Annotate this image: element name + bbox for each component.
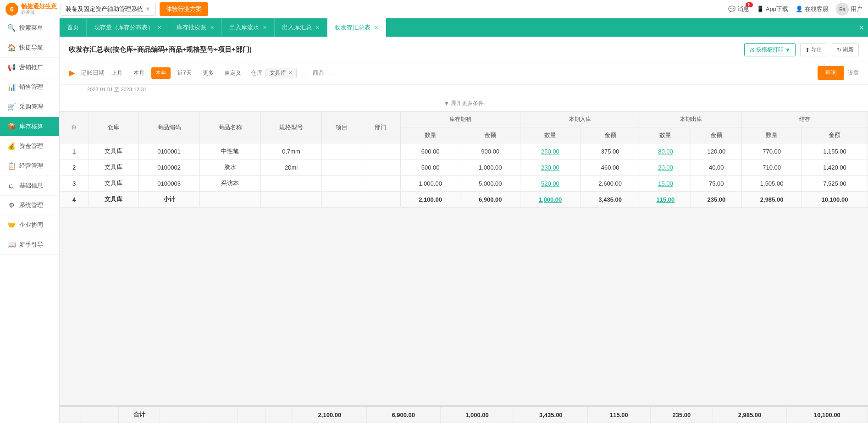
sidebar: 🔍 搜索菜单 🏠 快捷导航 📢 营销推广 📊 销售管理 🛒 采购管理 📦: [0, 18, 60, 423]
row2-in-qty[interactable]: 230.00: [520, 159, 581, 176]
subtotal-warehouse: 文具库: [88, 192, 139, 208]
col-group-opening: 库存期初: [400, 112, 520, 127]
goods-filter-group: 商品 ...: [313, 69, 335, 77]
tab-close-stock-dist[interactable]: ✕: [157, 25, 161, 31]
date-btn-this-month[interactable]: 本月: [129, 67, 149, 79]
sidebar-item-marketing[interactable]: 📢 营销推广: [0, 58, 59, 77]
row3-out-amt: 75.00: [691, 176, 742, 192]
tab-inout-flow[interactable]: 出入库流水 ✕: [222, 18, 275, 37]
row3-warehouse: 文具库: [88, 176, 139, 192]
sidebar-item-system[interactable]: ⚙ 系统管理: [0, 196, 59, 215]
online-service-item[interactable]: 👤 在线客服: [796, 5, 829, 13]
filter-toggle-button[interactable]: ▶: [69, 68, 75, 78]
table-container: ⚙ 仓库 商品编码 商品名称 规格型号 项目 部门 库存期初 本期入库: [60, 111, 868, 208]
sidebar-item-finance[interactable]: 💰 资金管理: [0, 137, 59, 156]
row2-project: [322, 159, 361, 176]
sidebar-item-basic-info[interactable]: 🗂 基础信息: [0, 176, 59, 196]
date-range-display: 2023-01-01 至 2023-12-31: [60, 85, 868, 97]
row1-close-qty: 770.00: [742, 143, 802, 159]
avatar: Ea: [836, 3, 849, 16]
total-close-qty: 2,985.00: [713, 407, 787, 423]
data-table: ⚙ 仓库 商品编码 商品名称 规格型号 项目 部门 库存期初 本期入库: [60, 111, 868, 208]
refresh-button[interactable]: ↻ 刷新: [832, 43, 859, 56]
user-item[interactable]: Ea 用户: [836, 3, 862, 16]
row3-close-qty: 1,505.00: [742, 176, 802, 192]
marketing-icon: 📢: [7, 63, 16, 71]
date-btn-custom[interactable]: 自定义: [221, 67, 245, 79]
goods-filter-dots[interactable]: ...: [327, 70, 335, 77]
expand-conditions-button[interactable]: ▼ 展开更多条件: [444, 99, 484, 107]
row1-out-qty[interactable]: 80.00: [640, 143, 691, 159]
tab-stock-dist[interactable]: 现存量（库存分布表） ✕: [87, 18, 169, 37]
tab-inout-summary[interactable]: 出入库汇总 ✕: [275, 18, 327, 37]
export-button[interactable]: ⬆ 导出: [800, 43, 827, 56]
sidebar-item-guide[interactable]: 📖 新手引导: [0, 235, 59, 255]
row1-out-amt: 120.00: [691, 143, 742, 159]
query-button[interactable]: 查询: [818, 66, 844, 80]
tab-close-inout-flow[interactable]: ✕: [263, 25, 267, 31]
sidebar-item-quick-nav[interactable]: 🏠 快捷导航: [0, 38, 59, 58]
date-btn-this-year[interactable]: 本年: [151, 67, 171, 79]
row3-in-qty[interactable]: 520.00: [520, 176, 581, 192]
col-settings-header[interactable]: ⚙: [60, 112, 88, 143]
row1-warehouse: 文具库: [88, 143, 139, 159]
row1-open-qty: 600.00: [400, 143, 460, 159]
row1-goods-code: 0100001: [138, 143, 199, 159]
sidebar-item-operations[interactable]: 📋 经营管理: [0, 156, 59, 176]
footer-total-table: 合计 2,100.00 6,900.00 1,000.00 3,435.00 1…: [60, 406, 868, 423]
guide-icon: 📖: [7, 241, 16, 249]
top-bar: 6 畅捷通好生意 标准版 装备及固定资产辅助管理系统 ▼ 体验行业方案 💬 消息…: [0, 0, 868, 18]
row3-open-qty: 1,000.00: [400, 176, 460, 192]
total-open-amt: 6,900.00: [366, 407, 440, 423]
sidebar-item-enterprise[interactable]: 🤝 企业协同: [0, 215, 59, 235]
sidebar-item-purchase[interactable]: 🛒 采购管理: [0, 97, 59, 117]
messages-item[interactable]: 💬 消息 6: [728, 5, 749, 13]
row2-num: 2: [60, 159, 88, 176]
chevron-down-icon: ▼: [444, 100, 449, 107]
total-open-qty: 2,100.00: [293, 407, 367, 423]
tab-close-inout-summary[interactable]: ✕: [315, 25, 320, 31]
table-settings-icon[interactable]: ⚙: [71, 124, 77, 131]
date-btn-last-month[interactable]: 上月: [107, 67, 127, 79]
row3-in-amt: 2,600.00: [580, 176, 640, 192]
close-all-tabs-button[interactable]: ✕: [855, 23, 868, 32]
row2-in-amt: 460.00: [580, 159, 640, 176]
system-icon: ⚙: [7, 201, 16, 209]
sidebar-item-inventory[interactable]: 📦 库存核算: [0, 117, 59, 137]
col-open-qty-header: 数量: [400, 127, 460, 143]
sidebar-item-search[interactable]: 🔍 搜索菜单: [0, 18, 59, 38]
top-bar-right: 💬 消息 6 📱 App下载 👤 在线客服 Ea 用户: [728, 3, 862, 16]
col-out-qty-header: 数量: [640, 127, 691, 143]
row2-goods-spec: 20ml: [260, 159, 321, 176]
col-goods-name-header: 商品名称: [199, 112, 260, 143]
app-download-item[interactable]: 📱 App下载: [757, 5, 788, 13]
subtotal-open-amt: 6,900.00: [460, 192, 520, 208]
subtotal-in-qty[interactable]: 1,000.00: [520, 192, 581, 208]
row2-out-qty[interactable]: 20.00: [640, 159, 691, 176]
tab-home[interactable]: 首页: [60, 18, 87, 37]
col-group-in: 本期入库: [520, 112, 640, 127]
tab-close-batch-ledger[interactable]: ✕: [210, 25, 214, 31]
page-actions: 🖨 按模板打印 ▼ ⬆ 导出 ↻ 刷新: [744, 43, 859, 56]
service-icon: 👤: [796, 5, 803, 12]
date-btn-more[interactable]: 更多: [199, 67, 218, 79]
warehouse-filter-group: 仓库 文具库 ✕ ...: [251, 68, 307, 78]
logo-icon: 6: [6, 3, 18, 16]
settings-link[interactable]: 设置: [848, 69, 859, 77]
subtotal-out-qty[interactable]: 115.00: [640, 192, 691, 208]
sidebar-item-sales[interactable]: 📊 销售管理: [0, 77, 59, 97]
date-btn-7days[interactable]: 近7天: [173, 67, 196, 79]
warehouse-remove-button[interactable]: ✕: [288, 70, 293, 76]
tab-bar: 首页 现存量（库存分布表） ✕ 库存批次账 ✕ 出入库流水 ✕ 出入库汇总 ✕: [60, 18, 868, 37]
tab-recv-send-summary[interactable]: 收发存汇总表 ✕: [327, 18, 386, 37]
template-print-button[interactable]: 🖨 按模板打印 ▼: [744, 43, 796, 56]
tab-close-recv-send-summary[interactable]: ✕: [374, 25, 378, 31]
row2-dept: [361, 159, 400, 176]
warehouse-filter-dots[interactable]: ...: [299, 70, 307, 77]
row2-goods-name: 胶水: [199, 159, 260, 176]
row2-open-qty: 500.00: [400, 159, 460, 176]
row1-in-qty[interactable]: 250.00: [520, 143, 581, 159]
row3-out-qty[interactable]: 15.00: [640, 176, 691, 192]
tab-batch-ledger[interactable]: 库存批次账 ✕: [169, 18, 222, 37]
experience-button[interactable]: 体验行业方案: [160, 2, 208, 16]
